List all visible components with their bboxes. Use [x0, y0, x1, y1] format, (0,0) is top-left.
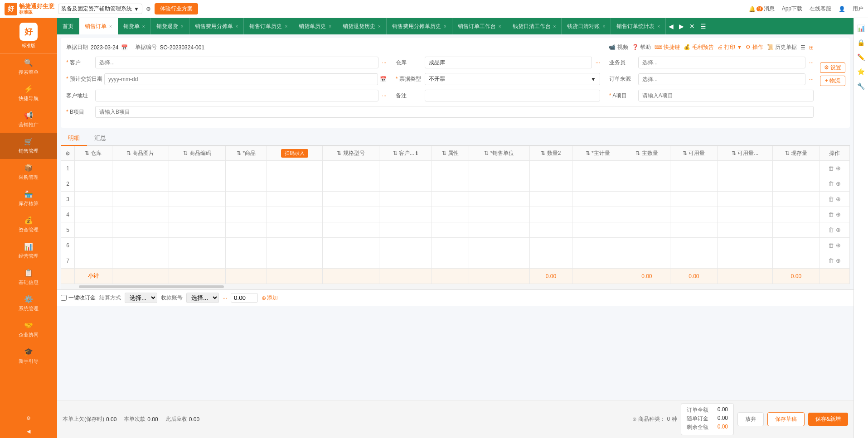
agent-dots[interactable]: ··· [809, 59, 814, 66]
tab-sales-order-history[interactable]: 销售订单历史 × [244, 18, 293, 34]
tab-sales-invoice-history[interactable]: 销货单历史 × [293, 18, 337, 34]
tab-return-history[interactable]: 销货退货历史 × [337, 18, 387, 34]
right-tool-star[interactable]: ⭐ [855, 65, 868, 78]
tab-cash-workbench[interactable]: 钱货日清工作台 × [507, 18, 562, 34]
receipt-amount[interactable] [231, 293, 258, 303]
tab-workbench-close[interactable]: × [499, 24, 501, 29]
profit-btn[interactable]: 💰 毛利预告 [684, 43, 713, 51]
row7-delete-btn[interactable]: 🗑 [828, 257, 834, 264]
save-draft-btn[interactable]: 保存草稿 [767, 412, 805, 426]
invoice-select[interactable]: 不开票 ▼ [425, 73, 600, 85]
row2-product[interactable] [226, 176, 267, 192]
row1-available[interactable] [670, 161, 718, 176]
agent-input[interactable] [638, 57, 805, 68]
customer-dots[interactable]: ··· [382, 59, 387, 66]
sidebar-item-purchase[interactable]: 📦 采购管理 [0, 159, 57, 185]
tab-prev-btn[interactable]: ◀ [666, 18, 676, 34]
user-name[interactable]: 用户 [853, 5, 863, 13]
row1-product[interactable] [226, 161, 267, 176]
sidebar-item-marketing[interactable]: 📢 营销推广 [0, 106, 57, 133]
sidebar-item-sales[interactable]: 🛒 销售管理 [0, 133, 57, 159]
row5-copy-btn[interactable]: ⊕ [836, 226, 841, 233]
row2-code[interactable] [169, 176, 225, 192]
receipt-dots[interactable]: ··· [223, 295, 227, 301]
row2-spec[interactable] [322, 176, 379, 192]
tab-sales-order[interactable]: 销售订单 × [79, 18, 118, 34]
sidebar-item-search[interactable]: 🔍 搜索菜单 [0, 54, 57, 80]
address-dots[interactable]: ··· [382, 92, 387, 99]
scrollbar-thumb[interactable] [79, 285, 224, 288]
address-input[interactable] [95, 90, 378, 101]
row1-warehouse[interactable] [75, 161, 112, 176]
row2-main-unit[interactable] [572, 176, 623, 192]
tab-sales-fee[interactable]: 销售费用分摊单 × [189, 18, 244, 34]
row2-scan[interactable] [267, 176, 323, 192]
tab-close-all-btn[interactable]: ✕ [687, 18, 698, 34]
shortcut-btn[interactable]: ⌨ 快捷键 [655, 43, 680, 51]
sidebar-item-cooperation[interactable]: 🤝 企业协同 [0, 317, 57, 343]
tab-sales-return-close[interactable]: × [181, 24, 184, 29]
warehouse-dots[interactable]: ··· [596, 59, 600, 66]
row6-copy-btn[interactable]: ⊕ [836, 242, 841, 249]
industry-btn[interactable]: 体验行业方案 [155, 3, 198, 14]
row1-scan[interactable] [267, 161, 323, 176]
tab-sales-order-close[interactable]: × [109, 24, 112, 29]
row2-copy-btn[interactable]: ⊕ [836, 180, 841, 187]
sidebar-item-finance[interactable]: 💰 资金管理 [0, 212, 57, 238]
order-source-input[interactable] [638, 73, 805, 85]
detail-tab-detail[interactable]: 明细 [61, 131, 87, 146]
row1-main-unit[interactable] [572, 161, 623, 176]
settings-icon[interactable]: ⚙ [146, 6, 151, 12]
sidebar-collapse-btn[interactable]: ◀ [0, 425, 57, 438]
th-settings[interactable]: ⚙ [61, 146, 75, 161]
tab-sales-invoice[interactable]: 销货单 × [118, 18, 151, 34]
row2-warehouse[interactable] [75, 176, 112, 192]
scan-btn[interactable]: 扫码录入 [281, 149, 308, 158]
form-settings-btn[interactable]: ⚙ 设置 [820, 63, 845, 73]
tab-home[interactable]: 首页 [57, 18, 79, 34]
row1-stock[interactable] [773, 161, 820, 176]
th-scan[interactable]: 扫码录入 [267, 146, 323, 161]
form-goods-btn[interactable]: + 物流 [820, 76, 845, 86]
payment-method-select[interactable]: 选择... [125, 293, 157, 303]
tab-stats-close[interactable]: × [657, 24, 660, 29]
save-new-btn[interactable]: 保存&新增 [808, 413, 848, 426]
tab-cash-workbench-close[interactable]: × [553, 24, 556, 29]
row2-delete-btn[interactable]: 🗑 [828, 180, 834, 187]
row1-copy-btn[interactable]: ⊕ [836, 165, 841, 172]
sidebar-item-basic[interactable]: 📋 基础信息 [0, 264, 57, 290]
row2-image[interactable] [112, 176, 169, 192]
row2-customer-code[interactable] [379, 176, 432, 192]
row1-unit[interactable] [469, 161, 530, 176]
row1-spec[interactable] [322, 161, 379, 176]
row1-code[interactable] [169, 161, 225, 176]
row7-copy-btn[interactable]: ⊕ [836, 257, 841, 264]
delivery-input[interactable] [104, 73, 378, 85]
row2-main-qty[interactable] [623, 176, 670, 192]
tab-reconcile-close[interactable]: × [602, 24, 605, 29]
add-receipt-btn[interactable]: ⊕ 添加 [262, 294, 278, 302]
row2-stock[interactable] [773, 176, 820, 192]
sidebar-item-shortcut[interactable]: ⚡ 快捷导航 [0, 80, 57, 106]
sidebar-settings-btn[interactable]: ⚙ [0, 412, 57, 425]
row1-available2[interactable] [718, 161, 773, 176]
app-download-btn[interactable]: App下载 [782, 5, 802, 13]
scroll-indicator[interactable] [61, 284, 850, 289]
a-project-input[interactable] [638, 90, 814, 101]
system-title-dropdown[interactable]: 装备及固定资产辅助管理系统 ▼ [58, 4, 142, 14]
row1-customer-code[interactable] [379, 161, 432, 176]
tab-fee-history-close[interactable]: × [444, 24, 446, 29]
row2-available[interactable] [670, 176, 718, 192]
grid-view-icon[interactable]: ⊞ [809, 44, 814, 51]
ops-btn[interactable]: ⚙ 操作 [746, 43, 763, 51]
calendar-icon[interactable]: 📅 [121, 44, 128, 51]
tab-sales-return[interactable]: 销货退货 × [151, 18, 189, 34]
tab-sales-invoice-close[interactable]: × [142, 24, 145, 29]
detail-tab-summary[interactable]: 汇总 [87, 131, 113, 146]
row6-delete-btn[interactable]: 🗑 [828, 242, 834, 249]
tab-next-btn[interactable]: ▶ [676, 18, 687, 34]
tab-fee-history[interactable]: 销售费用分摊单历史 × [387, 18, 452, 34]
row5-delete-btn[interactable]: 🗑 [828, 226, 834, 233]
b-project-input[interactable] [95, 106, 814, 118]
row2-qty2[interactable] [529, 176, 572, 192]
